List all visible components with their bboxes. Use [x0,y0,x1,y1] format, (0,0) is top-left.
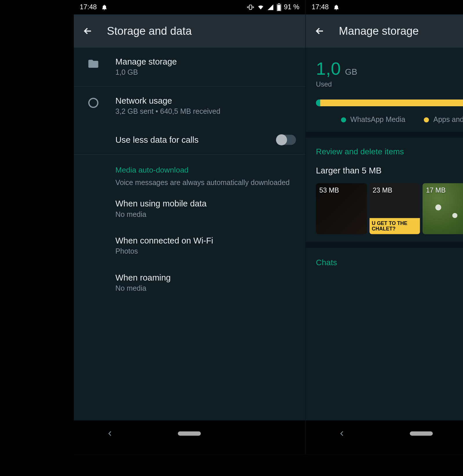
used-number: 1,0 [316,59,341,79]
row-mobile-data[interactable]: When using mobile data No media [74,191,305,228]
chat-row[interactable]: 239,7 MB [316,302,463,336]
review-heading: Review and delete items [316,147,463,156]
chat-row[interactable]: 36,9 MB [316,370,463,404]
roaming-label: When roaming [115,273,296,283]
storage-bar [316,100,463,106]
media-auto-desc: Voice messages are always automatically … [115,178,296,188]
mobile-data-sub: No media [115,210,296,219]
roaming-sub: No media [115,284,296,293]
page-title: Manage storage [339,24,419,38]
mobile-data-label: When using mobile data [115,199,296,209]
clock: 17:48 [80,3,97,11]
network-usage-sub: 3,2 GB sent • 640,5 MB received [115,107,296,116]
signal-icon [267,4,273,10]
status-bar: 17:48 91 % [306,0,463,14]
larger-than-title: Larger than 5 MB [316,166,382,176]
row-roaming[interactable]: When roaming No media [74,264,305,301]
nav-bar [306,419,463,448]
wifi-sub: Photos [115,247,296,256]
notification-bell-icon [333,4,340,10]
battery-percent: 91 % [284,3,300,11]
nav-back-icon[interactable] [106,429,114,438]
section-divider [306,132,463,138]
legend-dot-whatsapp-icon [341,117,346,122]
wifi-label: When connected on Wi-Fi [115,236,296,246]
svg-point-4 [89,98,98,107]
legend-dot-apps-icon [424,117,429,122]
back-arrow-icon[interactable] [314,25,325,36]
storage-legend: WhatsApp Media Apps and other items [316,116,463,124]
row-manage-storage[interactable]: Manage storage 1,0 GB [74,47,305,86]
thumb-2-text: U GET TO THE CHALET? [369,218,420,234]
row-network-usage[interactable]: Network usage 3,2 GB sent • 640,5 MB rec… [74,87,305,125]
chat-row[interactable]: 103,5 MB [316,336,463,370]
media-thumb-1[interactable]: 53 MB [316,183,367,234]
nav-home-pill[interactable] [410,431,433,436]
battery-icon [276,3,282,11]
media-thumb-3[interactable]: 17 MB [422,183,463,234]
use-less-data-label: Use less data for calls [115,135,264,145]
clock: 17:48 [312,3,329,11]
appbar: Storage and data [74,14,305,48]
status-bar: 17:48 91 % [74,0,305,14]
nav-home-pill[interactable] [178,431,201,436]
manage-storage-size: 1,0 GB [115,68,296,77]
network-usage-label: Network usage [115,96,296,106]
toggle-switch[interactable] [276,135,296,145]
nav-back-icon[interactable] [338,429,346,438]
vibrate-icon [247,4,254,10]
section-media-auto-download: Media auto-download Voice messages are a… [74,155,305,190]
thumb-2-size: 23 MB [373,186,392,194]
chats-heading: Chats [316,258,337,267]
manage-storage-label: Manage storage [115,57,296,67]
thumb-3-size: 17 MB [426,186,446,194]
folder-icon [87,58,99,72]
wifi-icon [257,4,264,10]
bar-apps-other [320,100,463,106]
svg-rect-3 [277,5,280,11]
nav-bar [74,419,305,448]
legend-apps: Apps and other items [433,116,463,124]
used-unit: GB [345,67,357,77]
media-thumbnails: 53 MB 23 MB U GET TO THE CHALET? 17 MB +… [316,183,463,234]
row-larger-than-5mb[interactable]: Larger than 5 MB 340,8 MB [316,166,463,176]
page-title: Storage and data [107,24,192,38]
data-usage-icon [87,97,99,111]
screen-storage-and-data: 17:48 91 % [74,0,305,454]
media-thumb-2[interactable]: 23 MB U GET TO THE CHALET? [369,183,420,234]
bar-whatsapp-media [316,100,320,106]
media-auto-heading: Media auto-download [115,166,296,175]
used-label: Used [316,81,357,88]
svg-rect-0 [249,5,251,10]
back-arrow-icon[interactable] [82,25,93,36]
storage-usage: 1,0 GB Used 6,3 GB Free [306,47,463,132]
row-use-less-data[interactable]: Use less data for calls [74,125,305,154]
legend-whatsapp: WhatsApp Media [350,116,405,124]
notification-bell-icon [101,4,108,10]
thumb-1-size: 53 MB [319,186,339,194]
row-wifi[interactable]: When connected on Wi-Fi Photos [74,227,305,264]
screen-manage-storage: 17:48 91 % [305,0,463,454]
section-divider [306,242,463,248]
chat-row[interactable]: 296,1 MB [316,268,463,302]
appbar: Manage storage [306,14,463,48]
